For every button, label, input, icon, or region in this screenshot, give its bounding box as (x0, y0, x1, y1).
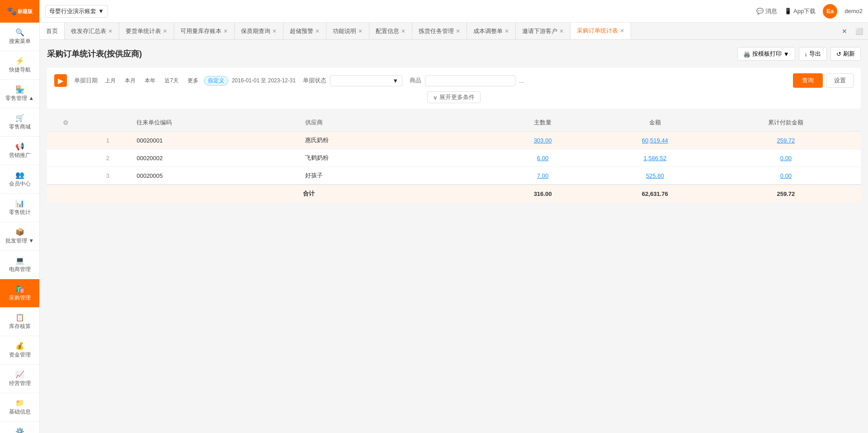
row3-cumulative-payment[interactable]: 0.00 (711, 167, 861, 185)
row3-amount[interactable]: 525.80 (599, 167, 711, 185)
sidebar-item-purchase[interactable]: 🛍️ 采购管理 (0, 279, 39, 308)
row1-amount[interactable]: 60,519.44 (599, 132, 711, 149)
tabbar-actions: ✕ ⬜ (839, 26, 868, 37)
tab-function-desc[interactable]: 功能说明 ✕ (326, 23, 369, 40)
member-icon: 👥 (4, 171, 36, 179)
tab-available-inventory-label: 可用量库存账本 (180, 27, 222, 35)
shortcut-7days[interactable]: 近7天 (161, 76, 182, 86)
tab-pick-task-close[interactable]: ✕ (456, 28, 460, 34)
export-button[interactable]: ↓ 导出 (799, 47, 827, 61)
tab-invite-downstream[interactable]: 邀请下游客户 ✕ (516, 23, 571, 40)
tab-cost-adjust-close[interactable]: ✕ (505, 28, 509, 34)
sidebar-item-retail-stats[interactable]: 📊 零售统计 (0, 194, 39, 222)
col-rownum-header (85, 114, 131, 132)
goods-input[interactable] (425, 75, 515, 86)
filter-toggle-button[interactable]: ▶ (54, 74, 67, 87)
tab-purchase-order-stats-close[interactable]: ✕ (620, 28, 624, 34)
sidebar-item-member[interactable]: 👥 会员中心 (0, 165, 39, 194)
shortcut-last-month[interactable]: 上月 (101, 76, 119, 86)
sidebar-item-operations[interactable]: 📈 经营管理 (0, 365, 39, 393)
row3-gear (47, 167, 85, 185)
row3-supplier: 好孩子 (300, 167, 487, 185)
sidebar-item-inventory[interactable]: 📋 库存核算 (0, 308, 39, 336)
template-print-button[interactable]: 🖨️ 按模板打印 ▼ (737, 47, 795, 61)
sidebar-item-search[interactable]: 🔍 搜索菜单 (0, 23, 39, 51)
row3-main-qty[interactable]: 7.00 (486, 167, 599, 185)
sidebar-label-shortcut: 快捷导航 (9, 67, 31, 73)
tab-overstock-close[interactable]: ✕ (315, 28, 320, 34)
tab-purchase-order-stats-label: 采购订单统计表 (577, 27, 618, 35)
tab-cost-adjust-label: 成本调整单 (473, 27, 503, 35)
tab-config-info[interactable]: 配置信息 ✕ (369, 23, 412, 40)
logo[interactable]: 🐾 标题版 (0, 0, 39, 23)
tab-close-all-button[interactable]: ✕ (839, 26, 850, 37)
data-table-container: ⚙ 往来单位编码 供应商 主数量 金额 累计付款金额 1 00020001 (47, 114, 861, 202)
data-table: ⚙ 往来单位编码 供应商 主数量 金额 累计付款金额 1 00020001 (47, 114, 861, 202)
tab-available-inventory-close[interactable]: ✕ (223, 28, 228, 34)
tab-collect-pay[interactable]: 收发存汇总表 ✕ (65, 23, 119, 40)
tab-order-stats[interactable]: 要货单统计表 ✕ (119, 23, 174, 40)
shortcut-this-month[interactable]: 本月 (121, 76, 139, 86)
retail-stats-icon: 📊 (4, 199, 36, 208)
date-shortcuts: 上月 本月 本年 近7天 更多 自定义 (101, 76, 228, 86)
sidebar-item-basic[interactable]: 📁 基础信息 (0, 393, 39, 422)
marketing-icon: 📢 (4, 142, 36, 151)
row2-cumulative-payment[interactable]: 0.00 (711, 149, 861, 167)
tab-home[interactable]: 首页 (40, 23, 65, 40)
settings-button[interactable]: 设置 (826, 73, 854, 88)
gear-settings-icon[interactable]: ⚙ (63, 119, 69, 126)
sidebar-item-marketing[interactable]: 📢 营销推广 (0, 137, 39, 165)
user-avatar[interactable]: Ea (823, 4, 837, 19)
row1-gear (47, 132, 85, 149)
sidebar-label-member: 会员中心 (9, 181, 31, 187)
message-button[interactable]: 💬 消息 (756, 7, 777, 15)
sidebar-label-basic: 基础信息 (9, 409, 31, 415)
sidebar-label-ecommerce: 电商管理 (9, 266, 31, 272)
tab-overstock[interactable]: 超储预警 ✕ (283, 23, 326, 40)
row2-main-qty[interactable]: 6.00 (486, 149, 599, 167)
row3-unit-code: 00020005 (131, 167, 299, 185)
row2-amount[interactable]: 1,586.52 (599, 149, 711, 167)
footer-num (85, 185, 131, 202)
sidebar-item-system[interactable]: ⚙️ 系统管理 (0, 422, 39, 433)
shortcut-more[interactable]: 更多 (184, 76, 202, 86)
search-icon: 🔍 (4, 28, 36, 37)
tab-shelf-life[interactable]: 保质期查询 ✕ (235, 23, 283, 40)
status-select[interactable]: ▼ (330, 75, 402, 86)
app-download-button[interactable]: 📱 App下载 (784, 7, 816, 15)
expand-more-button[interactable]: ∨ 展开更多条件 (427, 91, 481, 103)
search-button[interactable]: 查询 (793, 73, 823, 88)
sidebar-item-shortcut[interactable]: ⚡ 快捷导航 (0, 51, 39, 80)
shortcut-this-year[interactable]: 本年 (141, 76, 159, 86)
footer-cumulative-payment: 259.72 (711, 185, 861, 202)
sidebar-item-ecommerce[interactable]: 💻 电商管理 (0, 251, 39, 279)
row2-num: 2 (85, 149, 131, 167)
sidebar-item-wholesale[interactable]: 📦 批发管理 ▼ (0, 222, 39, 251)
tab-maximize-button[interactable]: ⬜ (854, 26, 864, 37)
row1-main-qty[interactable]: 303.00 (486, 132, 599, 149)
main-area: 母婴行业演示账套 ▼ 💬 消息 📱 App下载 Ea demo2 首页 (40, 0, 868, 433)
tab-collect-pay-close[interactable]: ✕ (108, 28, 113, 34)
refresh-button[interactable]: ↺ 刷新 (830, 47, 861, 61)
account-selector[interactable]: 母婴行业演示账套 ▼ (45, 5, 108, 18)
user-name-button[interactable]: demo2 (844, 8, 863, 14)
tab-cost-adjust[interactable]: 成本调整单 ✕ (467, 23, 516, 40)
tab-purchase-order-stats[interactable]: 采购订单统计表 ✕ (571, 23, 631, 40)
tab-pick-task[interactable]: 拣货任务管理 ✕ (412, 23, 467, 40)
sidebar-label-marketing: 营销推广 (9, 152, 31, 158)
sidebar-item-retail[interactable]: 🏪 零售管理 ▲ (0, 80, 39, 108)
tab-invite-downstream-close[interactable]: ✕ (559, 28, 564, 34)
tab-config-info-close[interactable]: ✕ (401, 28, 406, 34)
col-gear-header: ⚙ (47, 114, 85, 132)
sidebar-item-retail-shop[interactable]: 🛒 零售商城 (0, 108, 39, 137)
tab-available-inventory[interactable]: 可用量库存账本 ✕ (174, 23, 235, 40)
sidebar-item-finance[interactable]: 💰 资金管理 (0, 336, 39, 365)
tab-shelf-life-close[interactable]: ✕ (272, 28, 277, 34)
tab-order-stats-close[interactable]: ✕ (163, 28, 167, 34)
shortcut-custom[interactable]: 自定义 (204, 76, 228, 86)
tab-function-desc-close[interactable]: ✕ (358, 28, 363, 34)
row1-cumulative-payment[interactable]: 259.72 (711, 132, 861, 149)
table-row: 1 00020001 惠氏奶粉 303.00 60,519.44 259.72 (47, 132, 861, 149)
more-filter-button[interactable]: ... (519, 77, 524, 84)
sidebar: 🐾 标题版 🔍 搜索菜单 ⚡ 快捷导航 🏪 零售管理 ▲ 🛒 零售商城 📢 营销… (0, 0, 40, 433)
